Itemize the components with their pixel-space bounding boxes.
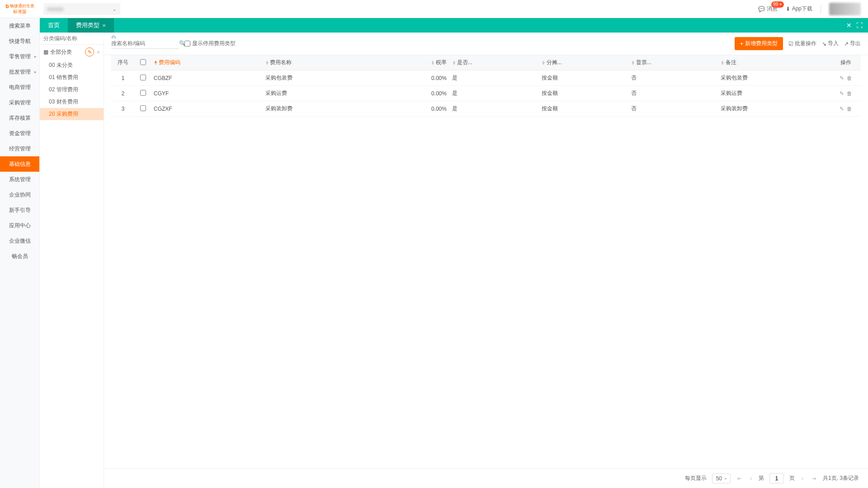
- logo-icon: b: [5, 3, 9, 9]
- message-icon: 💬: [758, 6, 765, 12]
- tab-home-label: 首页: [48, 21, 60, 29]
- app-download-link[interactable]: ⬇ App下载: [786, 5, 812, 13]
- tab-home[interactable]: 首页: [40, 18, 68, 33]
- tab-expense-type[interactable]: 费用类型 ✕: [68, 18, 114, 33]
- close-icon[interactable]: ✕: [102, 23, 106, 28]
- top-right: 💬 消息 99 + ⬇ App下载: [758, 3, 868, 15]
- top-bar: b 畅捷通好生意 标准版 xxxxxx ⌄ 💬 消息 99 + ⬇ App下载: [0, 0, 868, 18]
- tab-close-all-icon[interactable]: ✕: [846, 22, 852, 29]
- sidebar-item-0[interactable]: 搜索菜单: [0, 18, 39, 33]
- messages-link[interactable]: 💬 消息 99 +: [758, 5, 778, 13]
- logo-sub-text: 标准版: [13, 9, 27, 15]
- app-download-label: App下载: [792, 5, 812, 13]
- sidebar-item-label: 搜索菜单: [9, 22, 31, 30]
- divider: [821, 5, 821, 13]
- org-placeholder: xxxxxx: [47, 6, 63, 12]
- tab-expense-type-label: 费用类型: [76, 21, 99, 29]
- tab-bar: 首页 费用类型 ✕ ✕ ⛶: [0, 18, 868, 33]
- logo: b 畅捷通好生意 标准版: [0, 0, 40, 18]
- user-avatar[interactable]: [829, 3, 861, 15]
- sidebar: 搜索菜单快捷导航零售管理▸批发管理▸电商管理采购管理库存核算资金管理经营管理基础…: [0, 18, 40, 33]
- chevron-down-icon: ⌄: [112, 6, 117, 12]
- org-selector[interactable]: xxxxxx ⌄: [43, 3, 120, 15]
- download-icon: ⬇: [786, 6, 790, 12]
- messages-badge: 99 +: [771, 1, 784, 8]
- fullscreen-icon[interactable]: ⛶: [856, 22, 863, 29]
